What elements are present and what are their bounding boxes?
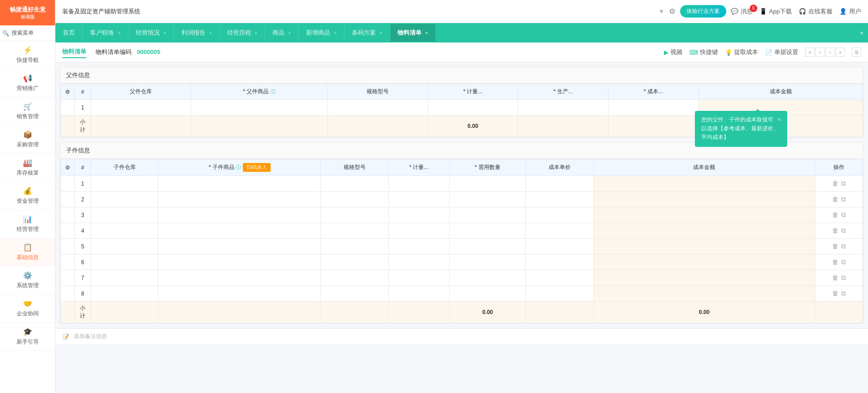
- tab-profit-close[interactable]: ×: [209, 30, 212, 36]
- child-row-unit-1[interactable]: [388, 192, 449, 207]
- message-group[interactable]: 💬 6 消息: [731, 7, 753, 16]
- child-row-warehouse-0[interactable]: [91, 176, 158, 192]
- delete-icon-2[interactable]: 🗑: [832, 211, 838, 219]
- parent-row-production[interactable]: [518, 100, 609, 115]
- nav-prev-prev[interactable]: «: [805, 48, 814, 57]
- copy-icon-5[interactable]: ⧉: [841, 258, 846, 266]
- child-row-unit-7[interactable]: [388, 286, 449, 302]
- parent-row-unit[interactable]: [428, 100, 518, 115]
- tab-bom[interactable]: 物料清单 ×: [390, 24, 436, 42]
- tab-operations-close[interactable]: ×: [163, 30, 166, 36]
- delete-icon-1[interactable]: 🗑: [832, 195, 838, 203]
- child-row-qty-4[interactable]: [449, 239, 526, 254]
- child-row-unit-2[interactable]: [388, 207, 449, 223]
- delete-icon-0[interactable]: 🗑: [832, 180, 838, 187]
- tab-customer[interactable]: 客户联络 ×: [83, 24, 128, 42]
- tab-close-all[interactable]: ×: [855, 30, 868, 36]
- tab-new-goods[interactable]: 新增商品 ×: [299, 24, 344, 42]
- tab-operations[interactable]: 经营情况 ×: [128, 24, 174, 42]
- sidebar-item-basic-info[interactable]: 📋 基础信息: [0, 238, 55, 266]
- tab-home[interactable]: 首页: [55, 24, 83, 42]
- child-row-goods-6[interactable]: [158, 270, 321, 286]
- child-row-spec-4[interactable]: [321, 239, 388, 254]
- delete-icon-3[interactable]: 🗑: [832, 227, 838, 235]
- child-row-unit-3[interactable]: [388, 223, 449, 239]
- delete-icon-6[interactable]: 🗑: [832, 274, 838, 282]
- child-row-qty-0[interactable]: [449, 176, 526, 192]
- child-row-spec-1[interactable]: [321, 192, 388, 207]
- tab-goods-close[interactable]: ×: [288, 30, 291, 36]
- child-row-warehouse-5[interactable]: [91, 254, 158, 270]
- delete-icon-5[interactable]: 🗑: [832, 258, 838, 266]
- child-row-qty-3[interactable]: [449, 223, 526, 239]
- tab-profit[interactable]: 利润报告 ×: [174, 24, 220, 42]
- parent-row-goods[interactable]: [191, 100, 327, 115]
- copy-icon-1[interactable]: ⧉: [841, 195, 846, 203]
- sidebar-item-finance[interactable]: 💰 资金管理: [0, 182, 55, 210]
- view-video-btn[interactable]: ▶ 视频: [664, 48, 682, 56]
- child-row-qty-7[interactable]: [449, 286, 526, 302]
- child-row-warehouse-3[interactable]: [91, 223, 158, 239]
- bottom-note[interactable]: 添加备注信息: [74, 333, 107, 340]
- tab-goods[interactable]: 商品 ×: [265, 24, 299, 42]
- child-row-goods-3[interactable]: [158, 223, 321, 239]
- copy-icon-3[interactable]: ⧉: [841, 227, 846, 235]
- copy-icon-6[interactable]: ⧉: [841, 274, 846, 282]
- child-row-warehouse-4[interactable]: [91, 239, 158, 254]
- tab-barcode[interactable]: 条码方案 ×: [344, 24, 390, 42]
- parent-row-warehouse[interactable]: [91, 100, 191, 115]
- tab-barcode-close[interactable]: ×: [380, 30, 382, 36]
- child-row-spec-6[interactable]: [321, 270, 388, 286]
- child-row-spec-2[interactable]: [321, 207, 388, 223]
- delete-icon-7[interactable]: 🗑: [832, 290, 838, 297]
- sidebar-item-purchase[interactable]: 📦 采购管理: [0, 126, 55, 154]
- tab-customer-close[interactable]: ×: [118, 30, 121, 36]
- child-row-spec-0[interactable]: [321, 176, 388, 192]
- child-row-warehouse-1[interactable]: [91, 192, 158, 207]
- sidebar-item-inventory[interactable]: 🏭 库存核算: [0, 154, 55, 182]
- child-row-unit-0[interactable]: [388, 176, 449, 192]
- child-row-spec-7[interactable]: [321, 286, 388, 302]
- child-row-goods-1[interactable]: [158, 192, 321, 207]
- child-row-goods-0[interactable]: [158, 176, 321, 192]
- child-row-warehouse-6[interactable]: [91, 270, 158, 286]
- child-row-qty-2[interactable]: [449, 207, 526, 223]
- child-row-spec-3[interactable]: [321, 223, 388, 239]
- nav-next-next[interactable]: »: [836, 48, 845, 57]
- shortcut-btn[interactable]: ⌨ 快捷键: [689, 48, 718, 56]
- nav-next[interactable]: ›: [826, 48, 835, 57]
- child-row-warehouse-2[interactable]: [91, 207, 158, 223]
- app-download-group[interactable]: 📱 App下载: [760, 7, 792, 16]
- sidebar-item-system[interactable]: ⚙️ 系统管理: [0, 266, 55, 295]
- sidebar-item-sales[interactable]: 🛒 销售管理: [0, 97, 55, 126]
- sidebar-item-guide[interactable]: 🎓 新手引导: [0, 323, 55, 351]
- sidebar-item-marketing[interactable]: 📢 营销推广: [0, 69, 55, 97]
- child-row-qty-5[interactable]: [449, 254, 526, 270]
- child-row-goods-5[interactable]: [158, 254, 321, 270]
- online-service-group[interactable]: 🎧 在线客服: [799, 7, 832, 16]
- tab-bom-close[interactable]: ×: [425, 30, 428, 36]
- delete-icon-4[interactable]: 🗑: [832, 242, 838, 250]
- parent-row-spec[interactable]: [328, 100, 428, 115]
- tooltip-close-btn[interactable]: ×: [778, 115, 781, 124]
- child-row-goods-4[interactable]: [158, 239, 321, 254]
- sub-tab-bom[interactable]: 物料清单: [62, 46, 86, 58]
- parent-row-cost[interactable]: [608, 100, 699, 115]
- sidebar-item-enterprise[interactable]: 🤝 企业协同: [0, 295, 55, 323]
- child-row-goods-2[interactable]: [158, 207, 321, 223]
- search-menu[interactable]: 🔍 搜索菜单: [0, 25, 55, 41]
- scan-btn[interactable]: 扫码录入: [243, 163, 271, 172]
- sidebar-item-quick-nav[interactable]: ⚡ 快捷导航: [0, 41, 55, 69]
- child-row-unit-6[interactable]: [388, 270, 449, 286]
- user-group[interactable]: 👤 用户: [839, 7, 861, 16]
- tab-history-close[interactable]: ×: [255, 30, 258, 36]
- nav-prev[interactable]: ‹: [815, 48, 825, 57]
- child-row-qty-6[interactable]: [449, 270, 526, 286]
- extract-cost-btn[interactable]: 💡 提取成本: [725, 48, 758, 56]
- child-row-unit-4[interactable]: [388, 239, 449, 254]
- settings-icon[interactable]: ⚙: [669, 7, 675, 16]
- child-row-warehouse-7[interactable]: [91, 286, 158, 302]
- child-row-unit-5[interactable]: [388, 254, 449, 270]
- copy-icon-4[interactable]: ⧉: [841, 242, 846, 250]
- child-row-spec-5[interactable]: [321, 254, 388, 270]
